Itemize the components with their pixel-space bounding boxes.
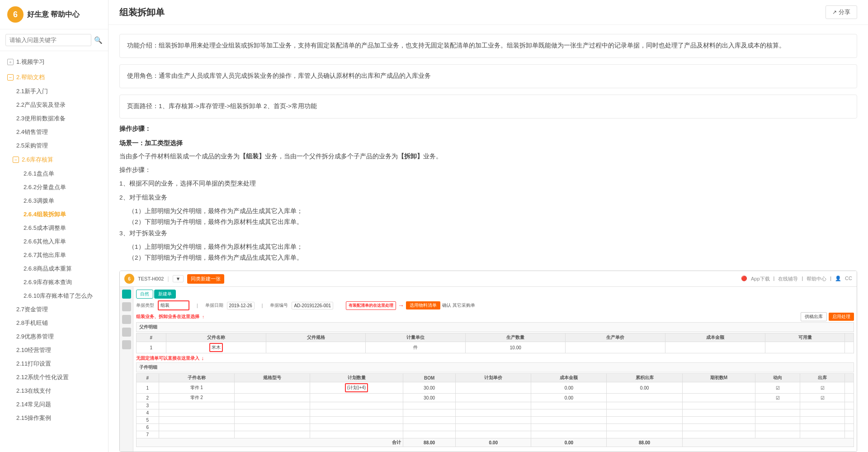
mock-child-row-7: 7 [137,431,854,438]
nav-label-docs: 2.帮助文档 [16,73,45,81]
search-input[interactable] [5,34,91,46]
mock-tabs-row: 自然 新建单 [136,290,854,299]
search-icon[interactable]: 🔍 [94,36,103,44]
nav-group-docs: − 2.帮助文档 2.1新手入门 2.2产品安装及登录 2.3使用前数据准备 2… [0,70,108,425]
mock-app-id: TEST-H002 [138,276,164,281]
nav-item-2-6-8[interactable]: 2.6.8商品成本重算 [0,262,108,276]
share-label: 分享 [839,8,850,16]
nav-item-2-6-9[interactable]: 2.6.9库存账本查询 [0,276,108,289]
nav-label-inventory: 2.6库存核算 [22,156,53,164]
nav-item-2-6-5[interactable]: 2.6.5成本调整单 [0,221,108,235]
mock-parent-col-8 [845,333,854,342]
nav-item-videos[interactable]: + 1.视频学习 [0,55,108,69]
mock-parent-col-6: 成本金额 [665,333,765,342]
share-button[interactable]: ↗ 分享 [826,5,857,19]
page-title: 组装拆卸单 [119,6,165,19]
search-area: 🔍 [0,29,108,51]
mock-type-value: 组装 [158,300,189,310]
mock-process-btn[interactable]: 启用处理 [829,313,854,321]
mock-child-col-5: 计划单价 [456,374,531,382]
nav-item-inventory[interactable]: − 2.6库存核算 [0,152,108,167]
nav-item-2-6-6[interactable]: 2.6.6其他入库单 [0,235,108,248]
nav-item-2-6-3[interactable]: 2.6.3调拨单 [0,194,108,208]
mock-dropdown: ▼ [173,275,184,282]
mock-form-row-1: 单据类型 组装 | 单据日期 2019-12-26 | 单据编号 AD-2019… [136,300,854,310]
main-content: 组装拆卸单 ↗ 分享 功能介绍：组装拆卸单用来处理企业组装或拆卸等加工业务，支持… [108,0,868,452]
mock-child-row-6: 6 [137,424,854,431]
screenshot-container: 6 TEST-H002 | ▼ 同类新建一张 🔴App下载|在线辅导|帮助中心|… [119,271,857,452]
annotation-1: 有装配清单的在这里处理 [346,301,396,310]
nav-label-videos: 1.视频学习 [16,58,45,66]
mock-table-footer: 合计 88.00 0.00 0.00 88.00 [137,438,854,447]
mock-select-bom-btn[interactable]: 选用物料清单 [406,301,440,309]
nav-item-install[interactable]: 2.2产品安装及登录 [0,98,108,112]
mock-child-col-7: 累积出库 [607,374,682,382]
mock-child-row-2: 2 零件 2 30.00 0.00 [137,394,854,402]
arrow-5: ↓ [201,355,204,362]
mock-nav-icon-5 [122,340,131,349]
mock-nav-icon-1 [122,290,131,299]
mock-nav-icon-3 [122,315,131,324]
nav-item-ops[interactable]: 2.10经营管理 [0,343,108,357]
nav-item-pay[interactable]: 2.13在线支付 [0,384,108,398]
nav-item-new-user[interactable]: 2.1新手入门 [0,85,108,98]
mock-child-qty-highlight: (计划)+4) [345,383,368,392]
nav-item-2-6-2[interactable]: 2.6.2分量盘点单 [0,181,108,194]
nav-item-cases[interactable]: 2.15操作案例 [0,411,108,425]
mock-child-col-9: 动向 [755,374,800,382]
nav-item-coupon[interactable]: 2.9优惠券管理 [0,330,108,343]
mock-type-label: 单据类型 [136,302,154,309]
mock-left-nav [120,287,133,452]
share-icon: ↗ [832,9,837,15]
top-bar: 组装拆卸单 ↗ 分享 [108,0,868,25]
nav-item-docs[interactable]: − 2.帮助文档 [0,70,108,85]
mock-tab-natural[interactable]: 自然 [136,290,153,299]
app-name: 好生意 帮助中心 [27,10,80,19]
step2: 2、对于组装业务 [119,192,857,203]
nav-item-purchase[interactable]: 2.5采购管理 [0,139,108,152]
mock-tab-new[interactable]: 新建单 [154,290,176,299]
mock-parent-col-5: 生产单价 [566,333,665,342]
arrow-up-3: ↑ [202,314,204,319]
mock-annotation-5-row: 无固定清单可以直接在这里录入 ↓ [136,355,854,362]
nav-item-mobile[interactable]: 2.8手机旺铺 [0,316,108,330]
nav-item-print[interactable]: 2.11打印设置 [0,357,108,371]
step1: 1、根据不同的业务，选择不同单据的类型来处理 [119,178,857,189]
mock-child-header: 子件明细 [136,362,854,372]
step3-2: （2）下部明细为子件明细，最终作为产成品生成其它入库单。 [128,252,857,263]
step2-1: （1）上部明细为父件明细，最终作为产成品生成其它入库单； [128,206,857,217]
nav-item-sales[interactable]: 2.4销售管理 [0,125,108,139]
step3-1: （1）上部明细为父件明细，最终作为原材料生成其它出库单； [128,242,857,252]
mock-parent-col-3: 计量单位 [366,333,466,342]
mock-form-content: 自然 新建单 单据类型 组装 | 单据日期 [133,287,857,452]
nav-item-faq[interactable]: 2.14常见问题 [0,398,108,411]
nav-item-custom[interactable]: 2.12系统个性化设置 [0,371,108,384]
nav-item-finance[interactable]: 2.7资金管理 [0,303,108,316]
mock-parent-col-4: 生产数量 [466,333,566,342]
nav-item-2-6-10[interactable]: 2.6.10库存账本错了怎么办 [0,289,108,303]
nav-item-data-prep[interactable]: 2.3使用前数据准备 [0,112,108,125]
mock-child-col-4: BOM [403,374,456,382]
role-text: 使用角色：通常由生产人员或库管人员完成拆装业务的操作，库管人员确认原材料的出库和… [127,72,431,79]
nav-item-2-6-7[interactable]: 2.6.7其他出库单 [0,248,108,262]
nav-item-2-6-4[interactable]: 2.6.4组装拆卸单 [0,208,108,221]
mock-new-btn[interactable]: 同类新建一张 [187,274,224,284]
mock-child-row-1: 1 零件 1 (计划)+4) 30.00 0.00 0.00 [137,382,854,394]
nav-area: + 1.视频学习 − 2.帮助文档 2.1新手入门 2.2产品安装及登录 2.3… [0,51,108,452]
logo-area: 6 好生意 帮助中心 [0,0,108,29]
nav-item-2-6-1[interactable]: 2.6.1盘点单 [0,167,108,181]
mock-app-bar: 6 TEST-H002 | ▼ 同类新建一张 🔴App下载|在线辅导|帮助中心|… [120,271,857,287]
mock-parent-header: 父件明细 [136,322,854,332]
mock-child-col-11 [845,374,854,382]
step3-sub: （1）上部明细为父件明细，最终作为原材料生成其它出库单； （2）下部明细为子件明… [119,242,857,264]
intro-text: 功能介绍：组装拆卸单用来处理企业组装或拆卸等加工业务，支持有固定装配清单的产品加… [127,42,785,49]
sidebar: 6 好生意 帮助中心 🔍 + 1.视频学习 − 2.帮助文档 2.1新手入门 2… [0,0,108,452]
mock-warehouse-field: 供稿出库 [801,312,827,321]
content-area: 功能介绍：组装拆卸单用来处理企业组装或拆卸等加工业务，支持有固定装配清单的产品加… [108,25,868,452]
arrow-right-1: → [398,302,404,309]
mock-child-row-3: 3 [137,402,854,409]
mock-parent-col-1: 父件名称 [166,333,266,342]
mock-child-col-8: 期初数M [682,374,755,382]
annotation-5: 无固定清单可以直接在这里录入 [136,355,199,362]
step3: 3、对于拆装业务 [119,228,857,239]
